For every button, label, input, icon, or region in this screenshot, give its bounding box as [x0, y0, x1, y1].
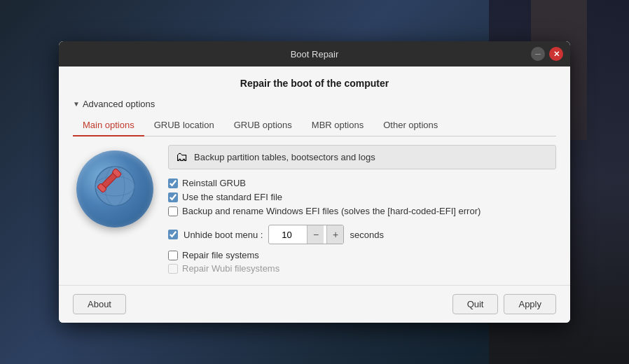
repair-fs-label: Repair file systems [182, 250, 259, 260]
options-area: 🗂 Backup partition tables, bootsectors a… [168, 145, 556, 274]
window-title: Boot Repair [291, 49, 339, 59]
standard-efi-row[interactable]: Use the standard EFI file [168, 192, 556, 202]
checkboxes-group1: Reinstall GRUB Use the standard EFI file… [168, 178, 556, 216]
close-icon: ✕ [553, 50, 560, 59]
tab-grub-options[interactable]: GRUB options [224, 115, 302, 136]
backup-windows-efi-row[interactable]: Backup and rename Windows EFI files (sol… [168, 206, 556, 216]
standard-efi-checkbox[interactable] [168, 192, 178, 202]
content-area: Repair the boot of the computer ▼ Advanc… [59, 66, 570, 285]
tab-other-options[interactable]: Other options [373, 115, 448, 136]
tabs-bar: Main options GRUB location GRUB options … [73, 115, 556, 136]
minimize-button[interactable]: ─ [531, 47, 545, 61]
repair-fs-checkbox[interactable] [168, 251, 178, 260]
reinstall-grub-row[interactable]: Reinstall GRUB [168, 178, 556, 188]
unhide-label: Unhide boot menu : [184, 230, 263, 240]
checkboxes-group2: Repair file systems Repair Wubi filesyst… [168, 250, 556, 274]
repair-wubi-checkbox [168, 264, 178, 274]
tab-main-options[interactable]: Main options [73, 115, 144, 136]
close-button[interactable]: ✕ [549, 47, 563, 61]
titlebar: Boot Repair ─ ✕ [59, 41, 570, 66]
reinstall-grub-label: Reinstall GRUB [182, 178, 246, 188]
logo-area [73, 145, 157, 274]
arrow-down-icon: ▼ [73, 100, 80, 108]
unhide-boot-checkbox[interactable] [168, 230, 178, 239]
spinner-minus-button[interactable]: − [307, 225, 324, 244]
apply-button[interactable]: Apply [504, 294, 556, 314]
tab-mbr-options[interactable]: MBR options [302, 115, 373, 136]
spinner-input[interactable] [269, 227, 304, 242]
footer-right-buttons: Quit Apply [452, 294, 556, 314]
backup-windows-efi-checkbox[interactable] [168, 206, 178, 216]
page-title: Repair the boot of the computer [73, 78, 556, 89]
backup-row: 🗂 Backup partition tables, bootsectors a… [168, 145, 556, 169]
backup-windows-efi-label: Backup and rename Windows EFI files (sol… [182, 206, 481, 216]
repair-wubi-label: Repair Wubi filesystems [182, 263, 279, 274]
seconds-label: seconds [350, 230, 383, 240]
tab-content-area: 🗂 Backup partition tables, bootsectors a… [73, 145, 556, 274]
repair-fs-row[interactable]: Repair file systems [168, 250, 556, 260]
repair-wubi-row: Repair Wubi filesystems [168, 263, 556, 274]
plus-icon: + [333, 229, 338, 240]
minimize-icon: ─ [535, 50, 541, 58]
app-logo [76, 150, 153, 227]
tab-grub-location[interactable]: GRUB location [144, 115, 224, 136]
backup-label: Backup partition tables, bootsectors and… [194, 152, 375, 162]
footer: About Quit Apply [59, 285, 570, 323]
about-button[interactable]: About [73, 294, 126, 314]
seconds-spinner: − + [268, 225, 344, 244]
quit-button[interactable]: Quit [452, 294, 499, 314]
reinstall-grub-checkbox[interactable] [168, 178, 178, 188]
minus-icon: − [313, 229, 319, 240]
folder-icon: 🗂 [176, 150, 188, 164]
advanced-options-toggle[interactable]: ▼ Advanced options [73, 99, 556, 109]
unhide-boot-row: Unhide boot menu : − + seconds [168, 225, 556, 244]
advanced-options-label: Advanced options [83, 99, 155, 109]
main-window: Boot Repair ─ ✕ Repair the boot of the c… [59, 41, 570, 323]
window-controls: ─ ✕ [531, 47, 563, 61]
standard-efi-label: Use the standard EFI file [182, 192, 282, 202]
spinner-plus-button[interactable]: + [326, 225, 343, 244]
